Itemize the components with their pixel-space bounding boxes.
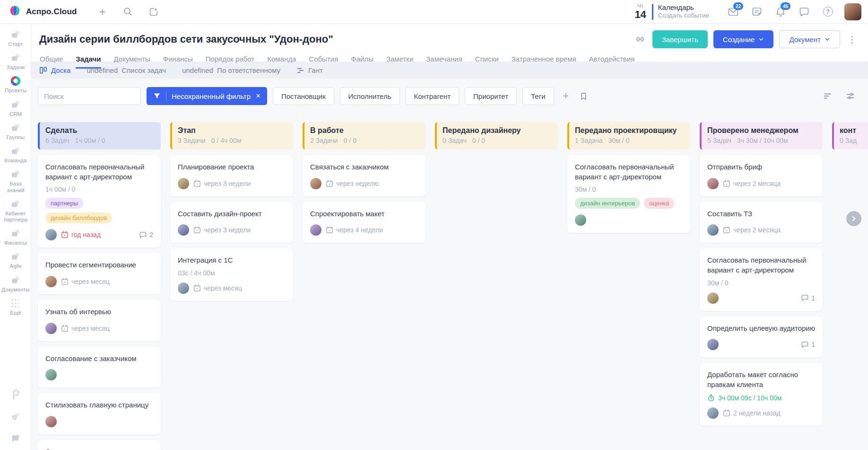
sidebar-item-tasks[interactable]: Задачи <box>0 53 31 71</box>
sidebar-item-team[interactable]: Команда <box>0 146 31 164</box>
sidebar-item-finance[interactable]: Финансы <box>0 228 31 246</box>
view-task-list[interactable]: undefinedСписок задач <box>87 66 166 74</box>
mail-icon[interactable]: 22 <box>727 6 739 18</box>
task-card[interactable]: Стилизовать разделы <box>38 440 161 450</box>
finish-button[interactable]: Завершить <box>652 30 708 48</box>
task-due-label: через месяц <box>204 284 242 292</box>
sidebar-item-knowledge-base[interactable]: База знаний <box>0 169 31 193</box>
search-input[interactable] <box>38 87 141 105</box>
task-card[interactable]: Спроектировать макетчерез 4 недели <box>303 202 425 243</box>
date-widget[interactable]: Чт 14 <box>634 3 646 20</box>
column-header[interactable]: конт0 Зад <box>832 122 868 150</box>
tag-green[interactable]: дизайн интерьеров <box>575 198 640 209</box>
task-footer: 1 <box>707 292 815 304</box>
create-button[interactable]: Создание <box>713 30 774 48</box>
filter-button-3[interactable]: Приоритет <box>465 87 517 105</box>
calendar-title: Календарь <box>658 3 709 12</box>
tag-pink[interactable]: оценка <box>644 198 674 209</box>
board-column-5: Проверено менеджером5 Задач3ч 30м / 10ч … <box>700 122 823 426</box>
filter-button-4[interactable]: Теги <box>522 87 554 105</box>
avatar <box>707 407 719 419</box>
tag-purple[interactable]: партнеры <box>45 198 83 209</box>
task-card[interactable]: Составить ТЗчерез 2 месяца <box>700 202 823 243</box>
column-header[interactable]: Этап3 Задачи0 / 4ч 00м <box>170 122 293 150</box>
task-card[interactable]: Стилизовать главную страницу <box>38 393 161 434</box>
task-due-date: 2 недели назад <box>723 409 781 417</box>
chat-icon[interactable] <box>798 6 810 18</box>
task-card[interactable]: Определить целевую аудиторию1 <box>700 317 823 358</box>
task-comments[interactable]: 2 <box>139 231 153 239</box>
filter-button-1[interactable]: Исполнитель <box>340 87 400 105</box>
filter-button-0[interactable]: Постановщик <box>273 87 334 105</box>
tab-project-7[interactable]: Файлы <box>351 55 373 69</box>
help-icon[interactable]: ? <box>822 6 834 18</box>
task-comments[interactable]: 1 <box>801 294 815 302</box>
column-header[interactable]: Передано проектировщику1 Задача30м / 0 <box>567 122 690 150</box>
sidebar-item-start[interactable]: Старт <box>0 29 31 47</box>
sidebar-item-agile[interactable]: Agile <box>0 251 31 269</box>
column-header[interactable]: Передано дизайнеру0 Задач0 / 0 <box>435 122 558 150</box>
sidebar-item-documents[interactable]: Документы <box>0 275 31 293</box>
active-filter-chip[interactable]: Несохраненный фильтр × <box>147 87 267 105</box>
tab-project-8[interactable]: Заметки <box>386 55 413 69</box>
bell-icon[interactable]: 45 <box>774 6 787 18</box>
column-header[interactable]: Сделать6 Задач1ч 00м / 0 <box>38 122 161 150</box>
tab-project-12[interactable]: Автодействия <box>589 55 635 69</box>
add-filter-icon[interactable]: + <box>560 90 572 102</box>
task-footer: через месяц <box>178 282 286 294</box>
copy-link-icon[interactable] <box>634 33 647 46</box>
task-card[interactable]: Узнать об интервьючерез месяц <box>38 300 161 341</box>
create-event-link[interactable]: Создать событие <box>658 12 709 20</box>
document-button[interactable]: Документ <box>779 30 840 48</box>
view-by-assignee[interactable]: undefinedПо ответственному <box>182 66 280 74</box>
sidebar-item-partner-cabinet[interactable]: Кабинет партнера <box>0 199 31 223</box>
tab-project-11[interactable]: Затраченное время <box>512 55 576 69</box>
add-icon[interactable]: + <box>97 6 108 18</box>
save-filter-bookmark-icon[interactable] <box>578 90 590 102</box>
column-header[interactable]: В работе2 Задачи0 / 0 <box>303 122 425 150</box>
sidebar-item-more[interactable]: Ещё <box>0 298 31 316</box>
sidebar-item-groups[interactable]: Группы <box>0 123 31 141</box>
task-footer: через 2 месяца <box>707 178 815 189</box>
task-due-date: через 4 недели <box>326 226 383 234</box>
filter-button-2[interactable]: Контрагент <box>406 87 460 105</box>
task-card[interactable]: Согласовать первоначальный вариант с арт… <box>567 155 690 233</box>
task-card[interactable]: Согласовать первоначальный вариант с арт… <box>38 155 161 247</box>
feedback-bubble-icon[interactable] <box>10 433 21 444</box>
task-card[interactable]: Планирование проектачерез 3 недели <box>170 155 293 196</box>
tag-yellow[interactable]: дизайн биллбордов <box>45 212 112 223</box>
task-footer <box>575 214 683 226</box>
timer-icon <box>707 394 715 402</box>
settings-gear-icon[interactable] <box>10 411 21 423</box>
task-card[interactable]: Связаться с заказчикомчерез неделю <box>303 155 425 196</box>
column-header[interactable]: Проверено менеджером5 Задач3ч 30м / 10ч … <box>700 122 823 150</box>
grid-dots-icon <box>0 298 31 309</box>
task-card[interactable]: Отправить брифчерез 2 месяца <box>700 155 823 196</box>
search-icon[interactable] <box>122 6 134 18</box>
task-card[interactable]: Согласование с заказчиком <box>38 347 161 388</box>
user-avatar[interactable] <box>844 3 861 20</box>
task-card[interactable]: Доработать макет согласно правкам клиент… <box>700 363 823 425</box>
sidebar-item-crm[interactable]: CRM <box>0 99 31 117</box>
more-actions-icon[interactable]: ⋮ <box>846 34 859 45</box>
notes-icon[interactable] <box>751 6 763 18</box>
view-board[interactable]: Доска <box>39 66 70 74</box>
sort-icon[interactable] <box>822 90 834 102</box>
tab-project-10[interactable]: Списки <box>475 55 499 69</box>
board-settings-sliders-icon[interactable] <box>844 90 857 102</box>
view-gantt[interactable]: Гант <box>296 66 323 74</box>
clear-filter-icon[interactable]: × <box>256 91 260 101</box>
task-card[interactable]: Интеграция с 1С03с / 4ч 00мчерез месяц <box>170 248 293 301</box>
task-card[interactable]: Согласовать первоначальный вариант с арт… <box>700 248 823 310</box>
brand[interactable]: Аспро.Cloud <box>9 4 77 19</box>
task-comments[interactable]: 1 <box>801 341 815 349</box>
partner-program-icon[interactable] <box>10 389 21 401</box>
calendar-widget[interactable]: Календарь Создать событие <box>658 3 709 20</box>
task-title: Составить ТЗ <box>707 209 815 219</box>
sidebar-item-projects[interactable]: Проекты <box>0 76 31 94</box>
tab-project-9[interactable]: Замечания <box>426 55 462 69</box>
scroll-right-button[interactable] <box>846 211 861 226</box>
whats-new-sparkle-icon[interactable] <box>148 6 159 18</box>
task-card[interactable]: Провести сегментированиечерез месяц <box>38 253 161 294</box>
task-card[interactable]: Составить дизайн-проектчерез 3 недели <box>170 202 293 243</box>
